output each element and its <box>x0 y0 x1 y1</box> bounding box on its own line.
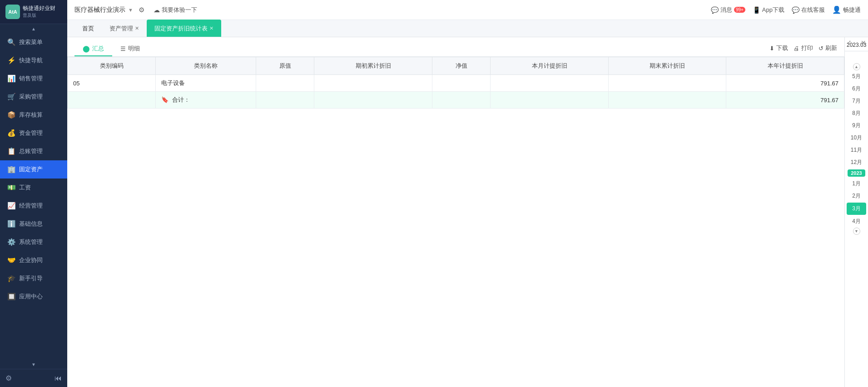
tab-fixed-dep-label: 固定资产折旧统计表 <box>154 25 208 33</box>
sidebar-item-purchase[interactable]: 🛒 采购管理 <box>0 88 67 106</box>
col-code: 类别编码 <box>68 57 156 75</box>
sidebar-item-funds[interactable]: 💰 资金管理 <box>0 124 67 142</box>
tab-home[interactable]: 首页 <box>74 20 102 37</box>
month-1[interactable]: 1月 <box>845 178 868 190</box>
message-btn[interactable]: 💬 消息 99+ <box>711 6 745 14</box>
sidebar-item-label: 应用中心 <box>19 293 43 301</box>
month-6[interactable]: 6月 <box>845 83 868 95</box>
online-service-btn[interactable]: 💬 在线客服 <box>792 6 825 14</box>
sidebar-item-system[interactable]: ⚙️ 系统管理 <box>0 233 67 251</box>
experience-btn[interactable]: ☁ 我要体验一下 <box>154 6 197 14</box>
sidebar-item-label: 销售管理 <box>19 74 43 83</box>
sidebar-item-label: 搜索菜单 <box>19 38 43 46</box>
sidebar-item-label: 库存核算 <box>19 111 43 119</box>
month-12[interactable]: 12月 <box>845 156 868 169</box>
subtotal-period-end <box>608 92 726 109</box>
tab-home-label: 首页 <box>82 25 94 33</box>
basic-icon: ℹ️ <box>7 220 15 228</box>
month-5[interactable]: 5月 <box>845 70 868 83</box>
settings-btn[interactable]: ⚙ <box>139 6 144 14</box>
sidebar-item-ledger[interactable]: 📋 总账管理 <box>0 142 67 160</box>
month-4[interactable]: 4月 <box>845 215 868 228</box>
tab-asset-mgmt-label: 资产管理 <box>109 25 133 33</box>
panel-close-btn[interactable]: ✕ <box>861 39 866 46</box>
sub-tab-bar: ⬤ 汇总 ☰ 明细 ⬇ 下载 🖨 打印 <box>67 37 844 57</box>
search-icon: 🔍 <box>7 38 15 46</box>
logo-icon: AtA <box>5 5 20 19</box>
tab-fixed-depreciation[interactable]: 固定资产折旧统计表 ✕ <box>147 20 221 37</box>
fixed-icon: 🏢 <box>7 165 15 174</box>
sidebar-item-label: 基础信息 <box>19 220 43 228</box>
right-panel: ✕ ⤢ 2023.03 ▲ 5月 6月 7月 8月 9月 10月 11月 12月… <box>844 37 868 387</box>
sidebar-item-apps[interactable]: 🔲 应用中心 <box>0 288 67 306</box>
collapse-icon[interactable]: ⏮ <box>55 374 62 382</box>
sidebar-nav: 🔍 搜索菜单 ⚡ 快捷导航 📊 销售管理 🛒 采购管理 📦 库存核算 💰 资金管… <box>0 33 67 360</box>
tab-fixed-dep-close[interactable]: ✕ <box>209 25 213 31</box>
print-btn[interactable]: 🖨 打印 <box>794 44 813 52</box>
app-download-btn[interactable]: 📱 App下载 <box>753 6 784 14</box>
month-10[interactable]: 10月 <box>845 132 868 144</box>
row-init-accum <box>314 75 432 92</box>
sidebar-item-payroll[interactable]: 💵 工资 <box>0 179 67 197</box>
sidebar-item-search[interactable]: 🔍 搜索菜单 <box>0 33 67 51</box>
sub-tab-right: ⬇ 下载 🖨 打印 ↺ 刷新 <box>769 44 837 54</box>
sidebar-item-basic[interactable]: ℹ️ 基础信息 <box>0 215 67 233</box>
subtotal-init-accum <box>314 92 432 109</box>
download-btn[interactable]: ⬇ 下载 <box>769 44 788 52</box>
download-icon: 📱 <box>753 6 760 14</box>
user-avatar[interactable]: 👤 畅捷通 <box>832 5 861 14</box>
col-init-accum: 期初累计折旧 <box>314 57 432 75</box>
month-3-active[interactable]: 3月 <box>847 203 866 215</box>
sidebar-item-sales[interactable]: 📊 销售管理 <box>0 69 67 88</box>
message-icon: 💬 <box>711 6 719 14</box>
tab-asset-mgmt-close[interactable]: ✕ <box>135 25 139 31</box>
sidebar-footer: ⚙ ⏮ <box>0 369 67 387</box>
sub-tab-detail[interactable]: ☰ 明细 <box>112 42 148 56</box>
refresh-icon: ↺ <box>818 45 823 52</box>
subtotal-original <box>256 92 314 109</box>
col-name: 类别名称 <box>156 57 256 75</box>
sidebar-item-label: 经营管理 <box>19 202 43 210</box>
settings-gear-icon[interactable]: ⚙ <box>5 374 12 382</box>
main-area: 医疗器械行业演示 ▼ ⚙ ☁ 我要体验一下 💬 消息 99+ 📱 App下载 💬… <box>67 0 868 387</box>
month-11[interactable]: 11月 <box>845 144 868 156</box>
sales-icon: 📊 <box>7 74 15 83</box>
sidebar-scroll-down[interactable]: ▼ <box>0 360 67 369</box>
sidebar-item-bizmanage[interactable]: 📈 经营管理 <box>0 197 67 215</box>
sidebar-item-inventory[interactable]: 📦 库存核算 <box>0 106 67 124</box>
month-8[interactable]: 8月 <box>845 107 868 119</box>
summary-icon: ⬤ <box>83 45 90 52</box>
sidebar-item-fixed[interactable]: 🏢 固定资产 <box>0 160 67 179</box>
sidebar: AtA 畅捷通好业财 普及版 ▲ 🔍 搜索菜单 ⚡ 快捷导航 📊 销售管理 🛒 … <box>0 0 67 387</box>
company-selector[interactable]: 医疗器械行业演示 ▼ <box>74 6 133 14</box>
sidebar-item-label: 资金管理 <box>19 129 43 137</box>
row-net <box>432 75 491 92</box>
scroll-up-icon[interactable]: ▲ <box>853 63 860 70</box>
month-2[interactable]: 2月 <box>845 190 868 202</box>
month-9[interactable]: 9月 <box>845 119 868 132</box>
row-code: 05 <box>68 75 156 92</box>
refresh-btn[interactable]: ↺ 刷新 <box>818 44 837 52</box>
sidebar-scroll-up[interactable]: ▲ <box>0 24 67 33</box>
sidebar-item-quicknav[interactable]: ⚡ 快捷导航 <box>0 51 67 69</box>
scroll-down-icon[interactable]: ▼ <box>853 228 860 235</box>
bizmanage-icon: 📈 <box>7 202 15 210</box>
sidebar-item-label: 企业协同 <box>19 256 43 264</box>
guide-icon: 🎓 <box>7 274 15 283</box>
sidebar-item-guide[interactable]: 🎓 新手引导 <box>0 269 67 288</box>
depreciation-table: 类别编码 类别名称 原值 期初累计折旧 净值 本月计提折旧 期末累计折旧 本年计… <box>67 57 844 109</box>
top-bar: 医疗器械行业演示 ▼ ⚙ ☁ 我要体验一下 💬 消息 99+ 📱 App下载 💬… <box>67 0 868 20</box>
sub-tab-detail-label: 明细 <box>128 45 140 53</box>
sub-tab-summary[interactable]: ⬤ 汇总 <box>74 42 112 56</box>
tab-asset-mgmt[interactable]: 资产管理 ✕ <box>102 20 147 37</box>
sidebar-item-label: 系统管理 <box>19 238 43 246</box>
detail-icon: ☰ <box>120 45 126 52</box>
subtotal-empty <box>68 92 156 109</box>
funds-icon: 💰 <box>7 129 15 137</box>
sidebar-item-label: 新手引导 <box>19 274 43 283</box>
row-original <box>256 75 314 92</box>
sidebar-item-collab[interactable]: 🤝 企业协同 <box>0 251 67 269</box>
month-7[interactable]: 7月 <box>845 95 868 107</box>
top-bar-left: 医疗器械行业演示 ▼ ⚙ ☁ 我要体验一下 <box>74 6 197 14</box>
panel-expand-btn[interactable]: ⤢ <box>847 39 851 45</box>
